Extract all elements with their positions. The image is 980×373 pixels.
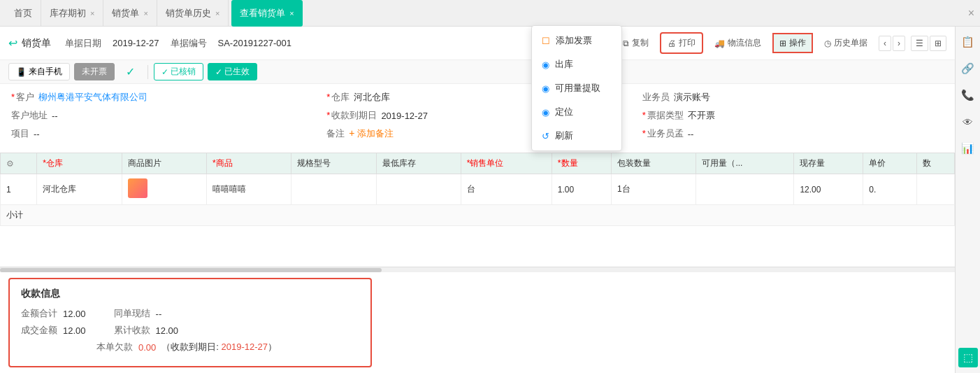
tab-inventory-init-close[interactable]: × [90,9,94,17]
already-cancelled-button[interactable]: ✓ 已核销 [154,63,203,80]
transaction-amount-value: 12.00 [63,325,86,336]
note-label: 备注 [326,127,345,140]
payment-row-2: 成交金额 12.00 累计收款 12.00 [21,324,359,337]
form-row-2: 客户地址 -- 收款到期日 2019-12-27 票据类型 不开票 [11,109,944,122]
from-phone-button[interactable]: 📱 来自手机 [8,63,70,80]
tab-inventory-init[interactable]: 库存期初 × [41,0,103,27]
operation-button[interactable]: ⊞ 操作 [772,33,813,53]
table-section: ⚙ *仓库 商品图片 *商品 规格型号 最低库存 *销售单位 *数量 包装数量 … [0,153,955,267]
col-unit-price: 单价 [863,153,917,174]
available-qty-icon: ◉ [542,83,549,94]
row-quantity: 1.00 [552,174,611,205]
not-open-ticket-button[interactable]: 未开票 [74,63,115,80]
col-required-sales-unit: *销售单位 [461,153,552,174]
sidebar-expand-icon[interactable]: ⬚ [958,348,978,367]
dropdown-item-add-invoice[interactable]: ☐ 添加发票 [532,29,621,52]
print-highlight-box: 🖨 打印 [660,32,703,54]
customer-field: 客户 柳州粤港平安气体有限公司 [11,91,312,104]
check-icon-button[interactable]: ✓ [119,63,142,80]
invoice-type-field: 票据类型 不开票 [642,109,944,122]
tab-view-sales-close[interactable]: × [289,9,294,17]
payment-row-1: 金额合计 12.00 同单现结 -- [21,307,359,320]
address-label: 客户地址 [11,109,48,122]
separator-1 [147,65,148,79]
row-current-stock: 12.00 [794,174,863,205]
dropdown-item-available-qty[interactable]: ◉ 可用量提取 [532,76,621,100]
tab-home[interactable]: 首页 [6,0,41,27]
doc-header: ↩ 销货单 单据日期 2019-12-27 单据编号 SA-20191227-0… [0,27,955,60]
cumulative-collection-value: 12.00 [156,325,179,336]
tab-view-sales[interactable]: 查看销货单 × [231,0,302,27]
outbound-icon: ◉ [542,59,549,70]
customer-value[interactable]: 柳州粤港平安气体有限公司 [38,91,147,104]
settings-icon[interactable]: ⚙ [6,159,14,169]
history-button[interactable]: ◷ 历史单据 [819,34,873,52]
col-product-image: 商品图片 [122,153,206,174]
horizontal-scrollbar[interactable] [0,267,955,272]
col-min-stock: 最低库存 [376,153,461,174]
business-staff-field: 业务员孟 -- [642,127,944,140]
print-icon: 🖨 [668,38,676,48]
logistics-button[interactable]: 🚚 物流信息 [709,34,767,52]
doc-number-label: 单据编号 [171,37,207,50]
staff-label: 业务员 [642,91,670,104]
copy-button[interactable]: ⧉ 复制 [617,34,654,52]
col-settings: ⚙ [1,153,37,174]
tab-bar: 首页 库存期初 × 销货单 × 销货单历史 × 查看销货单 × × [0,0,980,27]
sidebar-link-icon[interactable]: 🔗 [958,59,978,78]
invoice-type-value: 不开票 [688,109,715,122]
dropdown-item-outbound[interactable]: ◉ 出库 [532,52,621,76]
staff-field: 业务员 演示账号 [642,91,944,104]
tab-sales-order-close[interactable]: × [143,9,147,17]
table-header-row: ⚙ *仓库 商品图片 *商品 规格型号 最低库存 *销售单位 *数量 包装数量 … [1,153,955,174]
scrollbar-thumb[interactable] [0,268,382,272]
dropdown-item-locate[interactable]: ◉ 定位 [532,100,621,124]
col-package-qty: 包装数量 [612,153,696,174]
tab-sales-order[interactable]: 销货单 × [103,0,157,27]
subtotal-row: 小计 [1,205,955,226]
warehouse-label: 仓库 [326,91,350,104]
row-warehouse: 河北仓库 [37,174,122,205]
tab-sales-history[interactable]: 销货单历史 × [157,0,229,27]
grid-icon: ⊞ [779,38,786,48]
dropdown-item-refresh[interactable]: ↺ 刷新 [532,124,621,148]
payment-info-section: 收款信息 金额合计 12.00 同单现结 -- 成交金额 [8,278,372,367]
already-effective-button[interactable]: ✓ 已生效 [208,63,257,80]
sidebar-chart-icon[interactable]: 📊 [958,139,978,158]
copy-icon: ⧉ [623,38,629,48]
due-date-hint: （收款到期日: 2019-12-27） [161,341,277,353]
transaction-amount-item: 成交金额 12.00 [21,324,86,337]
row-product-image [122,174,206,205]
sidebar-doc-icon[interactable]: 📋 [958,32,978,52]
tab-sales-history-close[interactable]: × [215,9,219,17]
window-close-button[interactable]: × [968,7,974,20]
list-view-button[interactable]: ☰ [911,36,928,51]
grid-view-button[interactable]: ⊞ [930,36,946,51]
col-spec: 规格型号 [291,153,376,174]
note-add[interactable]: + 添加备注 [349,127,394,140]
doc-title: ↩ 销货单 [8,36,51,50]
total-amount-item: 金额合计 12.00 [21,307,86,320]
col-required-product: *商品 [206,153,291,174]
prev-button[interactable]: ‹ [879,36,891,51]
col-required-warehouse: *仓库 [37,153,122,174]
sidebar-phone-icon[interactable]: 📞 [958,85,978,105]
right-sidebar: 📋 🔗 📞 👁 📊 ⬚ [955,27,980,373]
business-staff-label: 业务员孟 [642,127,684,140]
form-row-3: 项目 -- 备注 + 添加备注 业务员孟 -- [11,127,944,140]
total-amount-label: 金额合计 [21,307,57,320]
cumulative-collection-item: 累计收款 12.00 [114,324,179,337]
next-button[interactable]: › [893,36,905,51]
print-button[interactable]: 🖨 打印 [662,34,701,52]
business-staff-value: -- [688,129,694,139]
product-image [128,178,147,198]
customer-label: 客户 [11,91,34,104]
doc-type-label: 销货单 [22,37,51,50]
view-toggle: ☰ ⊞ [911,36,946,51]
payment-date-value: 2019-12-27 [381,111,428,121]
total-amount-value: 12.00 [63,309,86,319]
sidebar-eye-icon[interactable]: 👁 [958,112,978,132]
doc-type-icon: ↩ [8,36,17,50]
col-available: 可用量（... [696,153,794,174]
operation-dropdown-menu: ☐ 添加发票 ◉ 出库 ◉ 可用量提取 ◉ 定位 ↺ 刷新 [531,25,622,151]
